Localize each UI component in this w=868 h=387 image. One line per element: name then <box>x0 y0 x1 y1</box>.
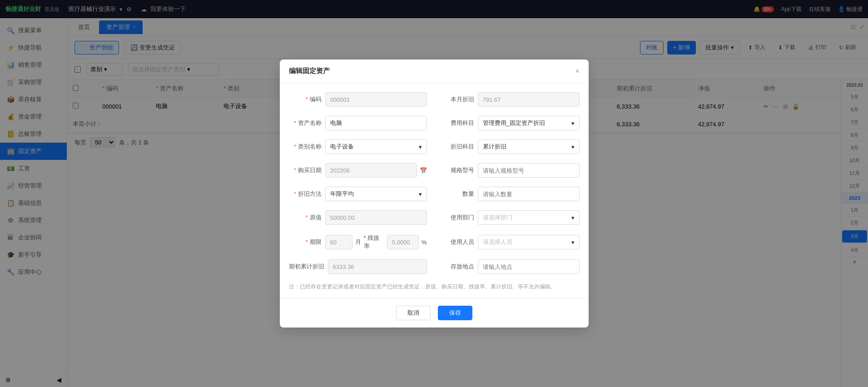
form-item-name: 资产名称 <box>289 116 427 130</box>
form-item-initial-dep: 期初累计折旧 <box>289 259 427 274</box>
expense-subject-select[interactable]: 管理费用_固定资产折旧 ▾ <box>478 116 580 130</box>
edit-asset-modal: 编辑固定资产 × 编码 本月折旧 资产名称 <box>280 60 589 327</box>
form-item-code: 编码 <box>289 92 427 107</box>
modal-footer: 取消 保存 <box>280 298 589 327</box>
quantity-label: 数量 <box>441 190 474 198</box>
cancel-button[interactable]: 取消 <box>396 306 431 320</box>
form-item-monthly-dep: 本月折旧 <box>441 92 580 107</box>
location-label: 存放地点 <box>441 263 474 271</box>
calendar-icon[interactable]: 📅 <box>420 167 427 174</box>
quantity-input[interactable] <box>478 187 580 201</box>
person-select[interactable]: 请选择人员 ▾ <box>478 235 580 249</box>
residual-rate-label: * 残值率 <box>364 234 384 250</box>
modal-overlay: 编辑固定资产 × 编码 本月折旧 资产名称 <box>0 0 868 387</box>
save-button[interactable]: 保存 <box>438 306 472 320</box>
expense-subject-label: 费用科目 <box>441 119 474 127</box>
form-item-spec-model: 规格型号 <box>441 163 580 178</box>
code-label: 编码 <box>289 95 322 104</box>
spec-model-label: 规格型号 <box>441 166 474 174</box>
chevron-down-icon: ▾ <box>571 239 575 246</box>
purchase-date-input[interactable] <box>325 163 417 178</box>
name-label: 资产名称 <box>289 119 322 127</box>
monthly-dep-label: 本月折旧 <box>441 95 474 104</box>
chevron-down-icon: ▾ <box>419 144 422 150</box>
modal-header: 编辑固定资产 × <box>280 60 589 83</box>
dep-method-select[interactable]: 年限平均 ▾ <box>325 187 427 201</box>
location-input[interactable] <box>478 259 580 274</box>
monthly-dep-input <box>478 92 580 107</box>
dep-subject-label: 折旧科目 <box>441 143 474 151</box>
form-item-location: 存放地点 <box>441 259 580 274</box>
department-label: 使用部门 <box>441 213 474 222</box>
form-item-period: 期限 月 * 残值率 % <box>289 234 427 250</box>
chevron-down-icon: ▾ <box>571 214 575 221</box>
department-select[interactable]: 请选择部门 ▾ <box>478 210 580 225</box>
dep-method-label: 折旧方法 <box>289 190 322 198</box>
initial-dep-input[interactable] <box>328 259 427 274</box>
form-item-person: 使用人员 请选择人员 ▾ <box>441 234 580 250</box>
modal-close-btn[interactable]: × <box>575 67 579 75</box>
original-value-label: 原值 <box>289 213 322 222</box>
spec-model-input[interactable] <box>478 163 580 178</box>
form-item-category: 类别名称 电子设备 ▾ <box>289 139 427 154</box>
form-item-purchase-date: 购买日期 📅 <box>289 163 427 178</box>
period-input[interactable] <box>325 235 352 249</box>
modal-title: 编辑固定资产 <box>289 67 330 75</box>
form-item-dep-subject: 折旧科目 累计折旧 ▾ <box>441 139 580 154</box>
modal-body: 编码 本月折旧 资产名称 费用科目 管理费用_固定资产折旧 <box>280 83 589 283</box>
initial-dep-label: 期初累计折旧 <box>289 263 324 271</box>
form-item-original-value: 原值 <box>289 210 427 225</box>
residual-rate-input[interactable] <box>387 235 419 249</box>
purchase-date-label: 购买日期 <box>289 166 322 174</box>
category-label: 类别名称 <box>289 143 322 151</box>
period-label: 期限 <box>289 238 322 246</box>
chevron-down-icon: ▾ <box>419 191 422 198</box>
chevron-down-icon: ▾ <box>571 144 575 150</box>
category-select[interactable]: 电子设备 ▾ <box>325 139 427 154</box>
chevron-down-icon: ▾ <box>571 120 575 127</box>
form-item-expense-subject: 费用科目 管理费用_固定资产折旧 ▾ <box>441 116 580 130</box>
code-input[interactable] <box>325 92 427 107</box>
form-item-dep-method: 折旧方法 年限平均 ▾ <box>289 187 427 201</box>
name-input[interactable] <box>325 116 427 130</box>
dep-subject-select[interactable]: 累计折旧 ▾ <box>478 139 580 154</box>
form-item-quantity: 数量 <box>441 187 580 201</box>
form-item-department: 使用部门 请选择部门 ▾ <box>441 210 580 225</box>
person-label: 使用人员 <box>441 238 474 246</box>
modal-note: 注：已经存在变更记录或者对应固定资产已经生成凭证，原值、购买日期、残值率、累计折… <box>280 283 589 298</box>
original-value-input[interactable] <box>325 210 427 225</box>
